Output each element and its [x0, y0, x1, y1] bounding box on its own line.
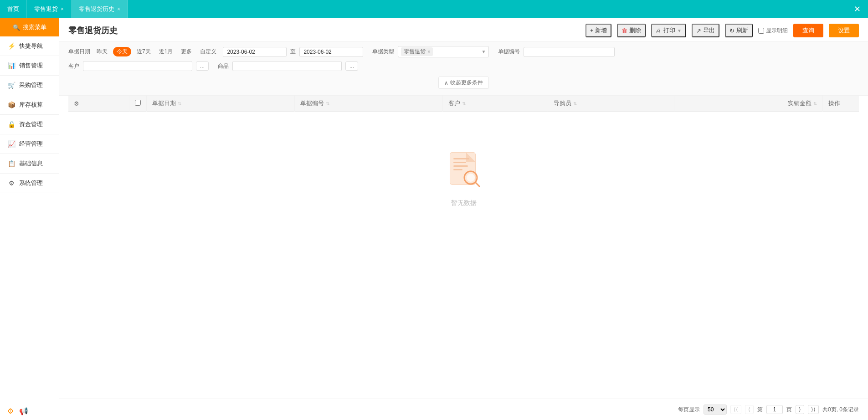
- th-doc-date[interactable]: 单据日期 ⇅: [146, 96, 294, 112]
- query-button[interactable]: 查询: [793, 24, 823, 37]
- select-all-checkbox[interactable]: [135, 100, 141, 106]
- page-title: 零售退货历史: [68, 25, 118, 36]
- sidebar-item-sales-mgmt[interactable]: 📊 销售管理: [0, 56, 59, 76]
- th-guide[interactable]: 导购员 ⇅: [548, 96, 674, 112]
- page-number-input[interactable]: [766, 405, 783, 414]
- prev-page-button[interactable]: ⟨: [745, 405, 754, 414]
- operations-icon: 📈: [7, 140, 15, 148]
- sidebar-item-system-mgmt[interactable]: ⚙ 系统管理: [0, 174, 59, 193]
- page-size-select[interactable]: 50 20 100: [704, 405, 727, 415]
- th-amount[interactable]: 实销金额 ⇅: [674, 96, 822, 112]
- tab-retail-return-label: 零售退货: [34, 5, 58, 13]
- doc-type-filter: 单据类型 零售退货 × ▼: [372, 46, 489, 57]
- customer-ellipsis-button[interactable]: ...: [196, 61, 209, 71]
- refresh-button[interactable]: ↻ 刷新: [725, 24, 753, 37]
- export-button[interactable]: ↗ 导出: [692, 24, 719, 37]
- date-filter: 单据日期 昨天 今天 近7天 近1月 更多 自定义 至: [68, 47, 363, 57]
- sidebar-item-purchase-mgmt[interactable]: 🛒 采购管理: [0, 76, 59, 95]
- shortcut-yesterday[interactable]: 昨天: [94, 47, 110, 56]
- first-page-button[interactable]: ⟨⟨: [730, 405, 741, 414]
- date-filter-label: 单据日期: [68, 48, 90, 56]
- goods-input[interactable]: [232, 61, 342, 71]
- doc-type-tag-text: 零售退货: [404, 48, 426, 56]
- finance-icon: 🔒: [7, 120, 15, 128]
- quick-nav-icon: ⚡: [7, 42, 15, 50]
- show-detail-checkbox[interactable]: [758, 28, 764, 34]
- doc-no-input[interactable]: [524, 47, 615, 57]
- volume-icon[interactable]: 📢: [19, 407, 28, 415]
- doc-type-label: 单据类型: [372, 48, 394, 56]
- date-from-input[interactable]: [223, 47, 287, 57]
- data-table: ⚙ 单据日期 ⇅ 单据编号: [68, 96, 859, 244]
- delete-button[interactable]: 🗑 删除: [617, 24, 646, 37]
- settings-bottom-icon[interactable]: ⚙: [7, 407, 14, 415]
- doc-type-tag: 零售退货 ×: [401, 47, 433, 56]
- shortcut-custom[interactable]: 自定义: [197, 47, 219, 56]
- sidebar-bottom: ⚙ 📢: [0, 402, 59, 420]
- svg-point-7: [467, 174, 475, 182]
- customer-label: 客户: [68, 62, 79, 70]
- sidebar-search-label: 搜索菜单: [23, 23, 46, 31]
- table-body: 暂无数据: [68, 112, 859, 244]
- sidebar: 🔍 搜索菜单 ⚡ 快捷导航 📊 销售管理 🛒 采购管理 📦 库存核算 🔒 资金管…: [0, 18, 59, 420]
- sidebar-item-finance[interactable]: 🔒 资金管理: [0, 115, 59, 134]
- total-records-label: 共0页, 0条记录: [822, 406, 859, 414]
- th-guide-label: 导购员: [554, 99, 571, 108]
- doc-no-sort-icon: ⇅: [326, 101, 329, 106]
- last-page-button[interactable]: ⟩⟩: [808, 405, 819, 414]
- filter-row-2: 客户 ... 商品 ...: [68, 61, 859, 71]
- base-info-icon: 📋: [7, 159, 15, 168]
- tab-retail-return-history[interactable]: 零售退货历史 ×: [72, 0, 128, 18]
- shortcut-today[interactable]: 今天: [113, 47, 131, 56]
- sidebar-item-sales-label: 销售管理: [19, 61, 43, 70]
- delete-label: 删除: [629, 26, 641, 35]
- sidebar-item-base-info[interactable]: 📋 基础信息: [0, 154, 59, 174]
- sidebar-item-inventory[interactable]: 📦 库存核算: [0, 95, 59, 115]
- shortcut-1month[interactable]: 近1月: [156, 47, 176, 56]
- main-layout: 🔍 搜索菜单 ⚡ 快捷导航 📊 销售管理 🛒 采购管理 📦 库存核算 🔒 资金管…: [0, 18, 868, 420]
- doc-type-select[interactable]: 零售退货 × ▼: [398, 46, 489, 57]
- sidebar-item-finance-label: 资金管理: [19, 120, 43, 128]
- close-window-button[interactable]: ✕: [847, 4, 868, 14]
- tab-home[interactable]: 首页: [0, 0, 27, 18]
- content-area: 零售退货历史 + 新增 🗑 删除 🖨 打印 ▼ ↗ 导出: [59, 18, 868, 420]
- show-detail-wrapper: 显示明细: [758, 27, 788, 35]
- date-to-input[interactable]: [299, 47, 363, 57]
- sidebar-item-operations-label: 经营管理: [19, 140, 43, 148]
- close-retail-return-tab[interactable]: ×: [61, 6, 64, 12]
- shortcut-7days[interactable]: 近7天: [134, 47, 154, 56]
- close-history-tab[interactable]: ×: [117, 6, 120, 12]
- show-detail-label: 显示明细: [766, 27, 788, 35]
- th-checkbox[interactable]: [129, 96, 146, 112]
- next-page-button[interactable]: ⟩: [796, 405, 804, 414]
- sidebar-search[interactable]: 🔍 搜索菜单: [0, 18, 59, 36]
- new-button[interactable]: + 新增: [586, 24, 611, 37]
- th-customer[interactable]: 客户 ⇅: [443, 96, 548, 112]
- goods-ellipsis-button[interactable]: ...: [345, 61, 358, 71]
- sidebar-item-operations[interactable]: 📈 经营管理: [0, 134, 59, 154]
- delete-icon: 🗑: [621, 27, 627, 34]
- collapse-button[interactable]: ∧ 收起更多条件: [438, 77, 489, 89]
- th-doc-date-label: 单据日期: [152, 99, 176, 108]
- th-amount-label: 实销金额: [788, 99, 812, 108]
- search-icon: 🔍: [13, 24, 20, 31]
- sidebar-item-quick-nav[interactable]: ⚡ 快捷导航: [0, 36, 59, 56]
- purchase-icon: 🛒: [7, 81, 15, 89]
- tab-retail-return-history-label: 零售退货历史: [79, 5, 114, 13]
- page-header: 零售退货历史 + 新增 🗑 删除 🖨 打印 ▼ ↗ 导出: [59, 18, 868, 41]
- tab-retail-return[interactable]: 零售退货 ×: [27, 0, 72, 18]
- collapse-up-icon: ∧: [444, 80, 448, 86]
- customer-input[interactable]: [83, 61, 192, 71]
- empty-state-row: 暂无数据: [68, 112, 859, 244]
- th-doc-no[interactable]: 单据编号 ⇅: [295, 96, 443, 112]
- empty-state: 暂无数据: [68, 112, 859, 244]
- print-icon: 🖨: [656, 27, 662, 34]
- th-settings[interactable]: ⚙: [68, 96, 129, 112]
- table-settings-icon[interactable]: ⚙: [74, 100, 79, 107]
- set-button[interactable]: 设置: [829, 24, 859, 37]
- print-button[interactable]: 🖨 打印 ▼: [651, 24, 686, 37]
- shortcut-more[interactable]: 更多: [178, 47, 195, 56]
- empty-text: 暂无数据: [451, 199, 477, 207]
- sidebar-item-inventory-label: 库存核算: [19, 101, 43, 109]
- doc-type-tag-remove[interactable]: ×: [427, 49, 430, 54]
